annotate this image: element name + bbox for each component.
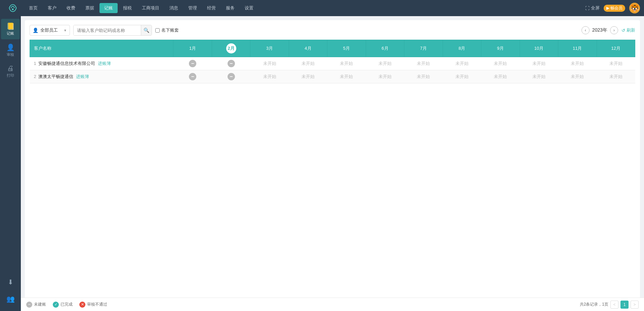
status-dash-icon: −	[189, 60, 196, 67]
cell-month-3-row-1: 未开始	[289, 70, 327, 83]
current-page-button[interactable]: 1	[620, 301, 629, 309]
nav-item-manage[interactable]: 管理	[184, 3, 202, 13]
table-container: 客户名称1月2月3月4月5月6月7月8月9月10月11月12月 1安徽畅捷通信息…	[30, 40, 635, 83]
cell-month-11-row-1: 未开始	[597, 70, 635, 83]
status-not-started: 未开始	[455, 74, 469, 79]
legend-label-rejected: 审核不通过	[87, 302, 107, 307]
col-header-m6: 6月	[366, 40, 404, 57]
prev-year-button[interactable]: ‹	[581, 26, 590, 34]
row-index-1: 2	[34, 74, 36, 79]
col-header-name: 客户名称	[30, 40, 173, 57]
year-display: 2023年	[592, 27, 607, 33]
cell-month-9-row-0: 未开始	[520, 57, 558, 70]
search-input[interactable]	[74, 25, 141, 36]
nav-right: ⛶ 全屏 ▶ 畅会员 🐯	[585, 3, 640, 13]
sidebar-item-audit[interactable]: 👤 审核	[1, 40, 20, 61]
status-not-started: 未开始	[263, 61, 276, 66]
own-account-checkbox[interactable]	[155, 28, 160, 33]
status-not-started: 未开始	[571, 74, 584, 79]
status-not-started: 未开始	[417, 74, 430, 79]
nav-item-fee[interactable]: 收费	[62, 3, 80, 13]
nav-item-home[interactable]: 首页	[24, 3, 42, 13]
refresh-label: 刷新	[627, 27, 635, 33]
pagination: 共2条记录，1页 < 1 >	[580, 301, 639, 309]
status-not-started: 未开始	[378, 74, 392, 79]
nav-item-bookkeeping[interactable]: 记账	[99, 3, 118, 13]
status-dash-icon: −	[228, 60, 235, 67]
nav-items: 首页客户收费票据记账报税工商项目消息管理经营服务设置	[24, 3, 585, 13]
col-header-m5: 5月	[327, 40, 366, 57]
cell-month-8-row-1: 未开始	[481, 70, 520, 83]
nav-item-client[interactable]: 客户	[43, 3, 61, 13]
status-not-started: 未开始	[494, 61, 507, 66]
sidebar-label-bookkeeping: 记账	[7, 31, 14, 36]
sidebar-label-print: 打印	[7, 73, 14, 78]
search-button[interactable]: 🔍	[141, 25, 152, 36]
prev-page-button[interactable]: <	[610, 301, 618, 309]
legend-icon-rejected: ✕	[79, 302, 85, 308]
enter-ledger-link-0[interactable]: 进账簿	[98, 61, 111, 66]
employee-select-value: 全部员工	[40, 27, 62, 33]
col-header-m1: 1月	[173, 40, 212, 57]
search-icon: 🔍	[144, 28, 149, 33]
col-header-m10: 10月	[520, 40, 558, 57]
main-content: 👤 全部员工 ▼ 🔍 名下账套 ‹ 2023年 › ↺	[21, 16, 644, 311]
cell-month-10-row-0: 未开始	[558, 57, 597, 70]
sidebar-item-print[interactable]: 🖨 打印	[1, 61, 20, 81]
nav-item-invoice[interactable]: 票据	[81, 3, 99, 13]
own-account-checkbox-label[interactable]: 名下账套	[155, 27, 179, 33]
status-not-started: 未开始	[417, 61, 430, 66]
sidebar-item-download[interactable]: ⬇	[1, 275, 20, 290]
refresh-button[interactable]: ↺ 刷新	[621, 27, 635, 33]
nav-item-operation[interactable]: 经营	[202, 3, 220, 13]
cell-month-11-row-0: 未开始	[597, 57, 635, 70]
status-not-started: 未开始	[340, 61, 353, 66]
status-not-started: 未开始	[532, 61, 546, 66]
nav-item-service[interactable]: 服务	[221, 3, 239, 13]
cell-month-6-row-1: 未开始	[404, 70, 443, 83]
employee-icon: 👤	[33, 28, 38, 33]
cell-month-9-row-1: 未开始	[520, 70, 558, 83]
next-year-button[interactable]: ›	[610, 26, 618, 34]
legend-rejected: ✕审核不通过	[79, 302, 107, 308]
col-header-m9: 9月	[481, 40, 520, 57]
app-logo	[4, 3, 22, 13]
cell-month-2-row-0: 未开始	[250, 57, 289, 70]
cell-month-7-row-0: 未开始	[443, 57, 481, 70]
chevron-down-icon: ▼	[64, 29, 67, 32]
legend-icon-done: ✓	[53, 302, 59, 308]
company-name-0: 安徽畅捷通信息技术有限公司	[38, 61, 95, 66]
toolbar: 👤 全部员工 ▼ 🔍 名下账套 ‹ 2023年 › ↺	[30, 25, 635, 36]
status-not-started: 未开始	[609, 61, 622, 66]
cell-month-0-row-1: −	[173, 70, 212, 83]
audit-icon: 👤	[6, 43, 15, 51]
nav-item-business[interactable]: 工商项目	[137, 3, 164, 13]
col-header-m2: 2月	[212, 40, 250, 57]
cell-month-6-row-0: 未开始	[404, 57, 443, 70]
cell-month-5-row-1: 未开始	[366, 70, 404, 83]
legend-not-built: −未建账	[26, 302, 46, 308]
status-not-started: 未开始	[494, 74, 507, 79]
table-row: 2澳澳太平畅捷通信进账簿−−未开始未开始未开始未开始未开始未开始未开始未开始未开…	[30, 70, 635, 83]
legend-icon-not-built: −	[26, 302, 32, 308]
sidebar-item-bookkeeping[interactable]: 📒 记账	[1, 19, 20, 39]
svg-point-0	[12, 8, 13, 10]
enter-ledger-link-1[interactable]: 进账簿	[76, 74, 89, 79]
col-header-m12: 12月	[597, 40, 635, 57]
fullscreen-button[interactable]: ⛶ 全屏	[585, 5, 600, 11]
col-header-m8: 8月	[443, 40, 481, 57]
cell-month-7-row-1: 未开始	[443, 70, 481, 83]
cell-month-0-row-0: −	[173, 57, 212, 70]
cell-month-3-row-0: 未开始	[289, 57, 327, 70]
nav-item-settings[interactable]: 设置	[240, 3, 258, 13]
next-page-button[interactable]: >	[631, 301, 639, 309]
sidebar-item-support[interactable]: 👥	[1, 291, 20, 307]
status-not-started: 未开始	[378, 61, 392, 66]
user-avatar[interactable]: 🐯	[629, 3, 640, 13]
nav-item-message[interactable]: 消息	[165, 3, 183, 13]
year-nav: ‹ 2023年 ›	[581, 26, 618, 34]
employee-select[interactable]: 👤 全部员工 ▼	[30, 25, 70, 36]
cell-name-0: 1安徽畅捷通信息技术有限公司进账簿	[30, 57, 173, 70]
nav-item-tax[interactable]: 报税	[118, 3, 136, 13]
vip-badge[interactable]: ▶ 畅会员	[604, 5, 625, 12]
